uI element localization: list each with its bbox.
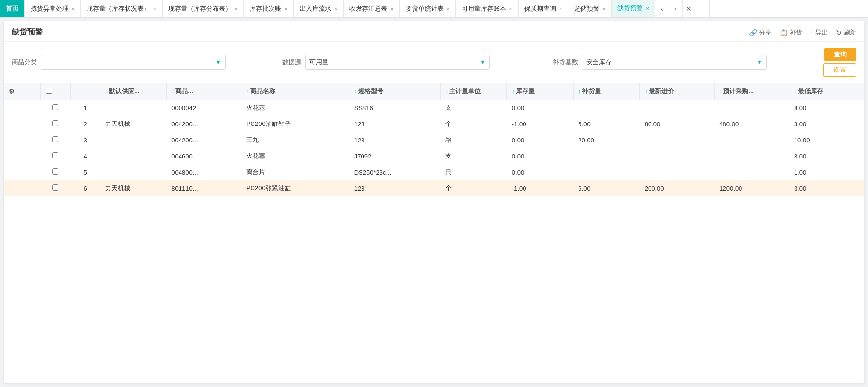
row-minstk-2: 10.00 <box>789 132 864 148</box>
row-gear-1[interactable] <box>4 116 40 132</box>
header-actions: 🔗 分享 📋 补货 ↑ 导出 ↻ 刷新 <box>749 28 856 37</box>
tab-scroll-right[interactable]: › <box>669 0 683 18</box>
row-code-0: 0000042 <box>166 100 241 116</box>
tab-chaochuyujing[interactable]: 超储预警 × <box>568 0 612 18</box>
refresh-button[interactable]: ↻ 刷新 <box>836 28 856 37</box>
tab-xiancunliang1-label: 现存量（库存状况表） <box>87 4 150 13</box>
tab-expand[interactable]: □ <box>696 0 710 18</box>
row-checkbox-2[interactable] <box>52 136 58 142</box>
row-checkbox-0[interactable] <box>52 104 58 110</box>
tab-yaohuo[interactable]: 要货单统计表 × <box>400 0 456 18</box>
col-header-name[interactable]: ↕商品名称 <box>241 83 349 100</box>
tab-scroll-left[interactable]: ‹ <box>655 0 669 18</box>
row-num-4: 5 <box>70 164 100 180</box>
col-header-supplier[interactable]: ↕默认供应... <box>100 83 166 100</box>
row-name-1: PC200油缸缸子 <box>241 116 349 132</box>
tab-quehuo[interactable]: 缺货预警 × <box>612 0 655 18</box>
row-check-5[interactable] <box>40 180 70 196</box>
replenish-base-select[interactable]: 安全库存 ▼ <box>582 55 767 70</box>
tab-keyongliang-label: 可用量库存账本 <box>462 4 506 13</box>
tab-keyongliang[interactable]: 可用量库存账本 × <box>456 0 518 18</box>
col-header-check[interactable] <box>40 83 70 100</box>
tab-baozhiqi-label: 保质期查询 <box>524 4 556 13</box>
row-name-0: 火花塞 <box>241 100 349 116</box>
col-header-minstk[interactable]: ↕最低库存 <box>789 83 864 100</box>
row-unit-1: 个 <box>440 116 506 132</box>
category-select[interactable]: ▼ <box>41 55 226 70</box>
row-check-0[interactable] <box>40 100 70 116</box>
col-header-stock[interactable]: ↕库存量 <box>507 83 573 100</box>
col-header-code[interactable]: ↕商品... <box>166 83 241 100</box>
row-gear-4[interactable] <box>4 164 40 180</box>
tab-xiancunliang2[interactable]: 现存量（库存分布表） × <box>163 0 244 18</box>
close-chaochuyujing-icon[interactable]: × <box>602 6 605 12</box>
refresh-icon: ↻ <box>836 29 842 36</box>
row-unit-5: 个 <box>440 180 506 196</box>
row-lastprice-1: 80.00 <box>640 116 715 132</box>
row-gear-0[interactable] <box>4 100 40 116</box>
close-baozhiqi-icon[interactable]: × <box>559 6 562 12</box>
category-arrow-icon: ▼ <box>216 59 221 66</box>
export-button[interactable]: ↑ 导出 <box>810 28 828 37</box>
tab-churu-label: 出入库流水 <box>300 4 331 13</box>
row-supplier-0 <box>100 100 166 116</box>
close-yaohuo-icon[interactable]: × <box>447 6 450 12</box>
row-name-3: 火花塞 <box>241 148 349 164</box>
row-num-1: 2 <box>70 116 100 132</box>
replenish-base-arrow-icon: ▼ <box>757 59 762 66</box>
row-checkbox-3[interactable] <box>52 152 58 158</box>
close-jianhuo-icon[interactable]: × <box>72 6 74 12</box>
row-spec-5: 123 <box>349 180 441 196</box>
close-xiancunliang1-icon[interactable]: × <box>153 6 156 12</box>
col-header-unit[interactable]: ↕主计量单位 <box>440 83 506 100</box>
col-header-lastprice[interactable]: ↕最新进价 <box>640 83 715 100</box>
row-check-1[interactable] <box>40 116 70 132</box>
select-all-checkbox[interactable] <box>46 88 52 94</box>
replenish-button[interactable]: 📋 补货 <box>779 28 802 37</box>
tab-close-all[interactable]: ✕ <box>683 0 696 18</box>
row-stock-3: 0.00 <box>507 148 573 164</box>
row-checkbox-1[interactable] <box>52 120 58 126</box>
row-gear-3[interactable] <box>4 148 40 164</box>
close-quehuo-icon[interactable]: × <box>646 5 649 11</box>
query-button[interactable]: 查询 <box>824 48 856 61</box>
tab-home[interactable]: 首页 <box>0 0 25 18</box>
close-shoufacun-icon[interactable]: × <box>390 6 393 12</box>
row-checkbox-5[interactable] <box>52 184 58 191</box>
row-spec-0: SS816 <box>349 100 441 116</box>
tab-kucun[interactable]: 库存批次账 × <box>244 0 293 18</box>
row-gear-2[interactable] <box>4 132 40 148</box>
col-header-spec[interactable]: ↕规格型号 <box>349 83 441 100</box>
tab-shoufacun[interactable]: 收发存汇总表 × <box>344 0 399 18</box>
close-keyongliang-icon[interactable]: × <box>509 6 512 12</box>
tab-xiancunliang1[interactable]: 现存量（库存状况表） × <box>81 0 162 18</box>
datasource-label: 数据源 <box>282 58 301 67</box>
col-header-replen[interactable]: ↕补货量 <box>573 83 639 100</box>
row-check-3[interactable] <box>40 148 70 164</box>
settings-button[interactable]: 设置 <box>823 63 856 77</box>
row-checkbox-4[interactable] <box>52 168 58 175</box>
col-header-gear[interactable]: ⚙ <box>4 83 40 100</box>
row-check-2[interactable] <box>40 132 70 148</box>
row-gear-5[interactable] <box>4 180 40 196</box>
close-churu-icon[interactable]: × <box>334 6 337 12</box>
tab-xiancunliang2-label: 现存量（库存分布表） <box>168 4 232 13</box>
datasource-select[interactable]: 可用量 ▼ <box>305 55 490 70</box>
tab-jianhuo[interactable]: 拣货异常处理 × <box>25 0 81 18</box>
row-lastprice-5: 200.00 <box>640 180 715 196</box>
export-icon: ↑ <box>810 29 814 36</box>
row-supplier-3 <box>100 148 166 164</box>
tab-churu[interactable]: 出入库流水 × <box>294 0 344 18</box>
row-code-4: 004800... <box>166 164 241 180</box>
action-buttons: 查询 设置 <box>823 48 856 77</box>
close-xiancunliang2-icon[interactable]: × <box>235 6 237 12</box>
row-estimated-2 <box>714 132 789 148</box>
row-check-4[interactable] <box>40 164 70 180</box>
row-stock-2: 0.00 <box>507 132 573 148</box>
datasource-filter-group: 数据源 可用量 ▼ <box>282 55 543 70</box>
col-header-estimated[interactable]: ↕预计采购... <box>714 83 789 100</box>
close-kucun-icon[interactable]: × <box>284 6 287 12</box>
row-lastprice-3 <box>640 148 715 164</box>
share-button[interactable]: 🔗 分享 <box>749 28 772 37</box>
tab-baozhiqi[interactable]: 保质期查询 × <box>519 0 568 18</box>
